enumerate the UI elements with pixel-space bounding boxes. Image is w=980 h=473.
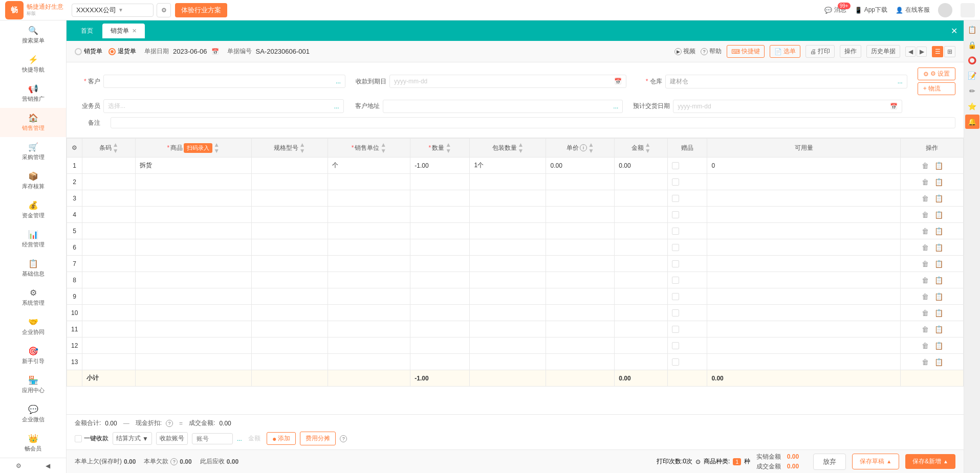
settings-icon[interactable]: ⚙ — [157, 3, 171, 17]
sidebar-item-sales[interactable]: 🏠 销售管理 — [0, 108, 66, 137]
delivery-calendar-icon[interactable]: 📅 — [890, 103, 898, 110]
amount-input[interactable] — [192, 433, 233, 444]
copy-row-button[interactable]: 📋 — [933, 275, 944, 286]
sidebar-collapse-icon[interactable]: ◀ — [46, 462, 50, 469]
customer-input[interactable]: ... — [103, 75, 345, 88]
cash-discount-help-icon[interactable]: ? — [166, 420, 173, 427]
gift-checkbox[interactable] — [672, 309, 679, 317]
tab-close-icon[interactable]: ✕ — [132, 28, 137, 34]
delivery-date-input[interactable]: yyyy-mm-dd 📅 — [673, 100, 902, 113]
copy-row-button[interactable]: 📋 — [933, 291, 944, 302]
copy-row-button[interactable]: 📋 — [933, 356, 944, 368]
sidebar-item-quick-nav[interactable]: ⚡ 快捷导航 — [0, 50, 66, 79]
right-panel-notes-icon[interactable]: 📝 — [965, 69, 979, 83]
sidebar-item-search[interactable]: 🔍 搜索菜单 — [0, 20, 66, 50]
gift-checkbox[interactable] — [672, 211, 679, 218]
gift-checkbox[interactable] — [672, 260, 679, 267]
gift-checkbox[interactable] — [672, 195, 679, 202]
shortcut-button[interactable]: ⌨ 快捷键 — [727, 45, 765, 58]
gift-checkbox[interactable] — [672, 293, 679, 300]
right-panel-lock-icon[interactable]: 🔒 — [965, 38, 979, 52]
delete-row-button[interactable]: 🗑 — [920, 340, 931, 351]
user-menu-button[interactable] — [961, 3, 975, 17]
due-date-input[interactable]: yyyy-mm-dd 📅 — [389, 75, 626, 88]
sidebar-item-finance[interactable]: 💰 资金管理 — [0, 195, 66, 224]
copy-row-button[interactable]: 📋 — [933, 242, 944, 253]
history-button[interactable]: 历史单据 — [866, 45, 900, 58]
gift-checkbox[interactable] — [672, 277, 679, 284]
gift-checkbox[interactable] — [672, 244, 679, 251]
tab-sales-order[interactable]: 销货单 ✕ — [102, 24, 145, 38]
app-download-button[interactable]: 📱 App下载 — [855, 6, 887, 14]
gift-checkbox[interactable] — [672, 342, 679, 349]
delete-row-button[interactable]: 🗑 — [920, 307, 931, 319]
messages-button[interactable]: 💬 消息 99+ — [824, 6, 846, 14]
one-click-pay-cb[interactable] — [75, 435, 82, 442]
sidebar-item-enterprise[interactable]: 🤝 企业协同 — [0, 312, 66, 341]
company-selector[interactable]: XXXXXX公司 ▼ — [72, 4, 154, 17]
sidebar-item-marketing[interactable]: 📢 营销推广 — [0, 79, 66, 108]
right-panel-edit-icon[interactable]: ✏ — [965, 84, 979, 98]
right-panel-clipboard-icon[interactable]: 📋 — [965, 22, 979, 37]
gift-checkbox[interactable] — [672, 228, 679, 235]
radio-sale[interactable]: 销货单 — [75, 47, 102, 56]
trial-button[interactable]: 体验行业方案 — [175, 3, 227, 17]
sidebar-item-guide[interactable]: 🎯 新手引导 — [0, 341, 66, 370]
copy-row-button[interactable]: 📋 — [933, 258, 944, 269]
delete-row-button[interactable]: 🗑 — [920, 209, 931, 220]
copy-row-button[interactable]: 📋 — [933, 340, 944, 351]
gift-checkbox[interactable] — [672, 178, 679, 186]
right-panel-bell-icon[interactable]: 🔔 — [965, 115, 979, 129]
sidebar-item-basic[interactable]: 📋 基础信息 — [0, 254, 66, 283]
expense-help-icon[interactable]: ? — [340, 435, 347, 442]
copy-row-button[interactable]: 📋 — [933, 226, 944, 237]
delete-row-button[interactable]: 🗑 — [920, 176, 931, 188]
delete-row-button[interactable]: 🗑 — [920, 275, 931, 286]
tab-home[interactable]: 首页 — [73, 24, 101, 38]
copy-row-button[interactable]: 📋 — [933, 324, 944, 335]
close-all-icon[interactable]: ✕ — [951, 26, 957, 36]
scan-button[interactable]: 扫码录入 — [184, 143, 212, 153]
save-draft-button[interactable]: 保存草稿 ▲ — [852, 454, 899, 469]
right-panel-star-icon[interactable]: ⭐ — [965, 99, 979, 114]
sidebar-item-purchase[interactable]: 🛒 采购管理 — [0, 137, 66, 166]
account-select[interactable]: 收款账号 — [156, 432, 188, 445]
total-owed-help-icon[interactable]: ? — [170, 458, 178, 465]
one-click-pay-checkbox[interactable]: 一键收款 — [75, 434, 108, 443]
amount-dots[interactable]: ... — [237, 435, 242, 442]
sidebar-item-inventory[interactable]: 📦 库存核算 — [0, 166, 66, 195]
delete-row-button[interactable]: 🗑 — [920, 291, 931, 302]
notes-input[interactable] — [111, 117, 955, 128]
copy-row-button[interactable]: 📋 — [933, 160, 944, 171]
warehouse-input[interactable]: 建材仓 ... — [665, 75, 907, 88]
right-panel-circle-icon[interactable]: ⭕ — [965, 53, 979, 67]
expense-split-button[interactable]: 费用分摊 — [300, 432, 336, 445]
due-date-calendar-icon[interactable]: 📅 — [614, 78, 622, 85]
sidebar-item-apps[interactable]: 🏪 应用中心 — [0, 370, 66, 399]
sidebar-settings-icon[interactable]: ⚙ — [16, 462, 21, 469]
prev-arrow[interactable]: ◀ — [905, 47, 916, 57]
delete-row-button[interactable]: 🗑 — [920, 160, 931, 171]
sidebar-item-ops[interactable]: 📊 经营管理 — [0, 224, 66, 254]
copy-row-button[interactable]: 📋 — [933, 307, 944, 319]
copy-row-button[interactable]: 📋 — [933, 176, 944, 188]
select-order-button[interactable]: 📄 选单 — [770, 45, 800, 58]
copy-row-button[interactable]: 📋 — [933, 209, 944, 220]
help-action[interactable]: ? 帮助 — [701, 47, 722, 56]
video-action[interactable]: ▶ 视频 — [674, 47, 695, 56]
logistics-button[interactable]: + 物流 — [918, 82, 955, 95]
delete-row-button[interactable]: 🗑 — [920, 226, 931, 237]
next-arrow[interactable]: ▶ — [917, 47, 927, 57]
print-button[interactable]: 🖨 打印 — [805, 45, 835, 58]
list-view-icon[interactable]: ☰ — [932, 46, 943, 57]
salesperson-input[interactable]: 选择... ... — [103, 99, 344, 113]
payment-method-select[interactable]: 结算方式 ▼ — [113, 432, 152, 445]
gift-checkbox[interactable] — [672, 326, 679, 333]
delete-row-button[interactable]: 🗑 — [920, 356, 931, 368]
sidebar-item-wechat[interactable]: 💬 企业微信 — [0, 399, 66, 429]
gift-checkbox[interactable] — [672, 358, 679, 366]
online-service-button[interactable]: 👤 在线客服 — [896, 6, 930, 14]
copy-row-button[interactable]: 📋 — [933, 193, 944, 204]
operate-button[interactable]: 操作 — [840, 45, 861, 58]
customer-addr-input[interactable]: ... — [383, 100, 623, 113]
